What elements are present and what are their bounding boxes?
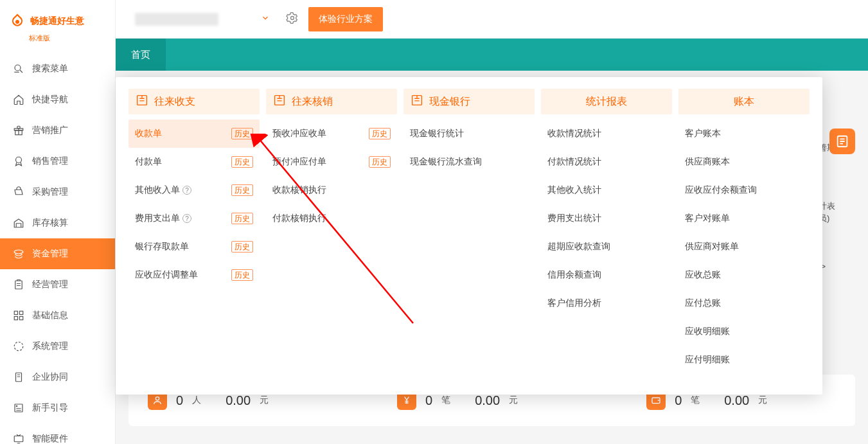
- flyout-item[interactable]: 银行存取款单历史: [128, 233, 260, 261]
- book-icon: [13, 402, 24, 414]
- flyout-item[interactable]: 应收应付调整单历史: [128, 261, 260, 289]
- flyout-item-label: 客户信用分析: [547, 297, 601, 309]
- brand-name: 畅捷通好生意: [30, 15, 84, 27]
- flyout-item[interactable]: 收款核销执行: [266, 176, 397, 204]
- svg-rect-14: [14, 436, 23, 442]
- sidebar-item-business[interactable]: 经营管理: [0, 269, 115, 300]
- sidebar-item-purchase[interactable]: 采购管理: [0, 177, 115, 208]
- flyout-item[interactable]: 超期应收款查询: [541, 233, 672, 261]
- experience-industry-button[interactable]: 体验行业方案: [308, 7, 383, 31]
- history-tag[interactable]: 历史: [231, 213, 253, 224]
- flyout-item-label: 费用支出统计: [547, 213, 601, 224]
- sidebar-item-sales[interactable]: 销售管理: [0, 146, 115, 177]
- flyout-item[interactable]: 应付总账: [678, 289, 810, 317]
- flyout-column: 往来核销预收冲应收单历史预付冲应付单历史收款核销执行付款核销执行: [266, 89, 397, 388]
- sidebar-item-label: 资金管理: [32, 248, 68, 260]
- flyout-item[interactable]: 费用支出单?历史: [128, 204, 260, 233]
- home-icon: [13, 94, 24, 105]
- flyout-item[interactable]: 预收冲应收单历史: [266, 120, 397, 148]
- flyout-item[interactable]: 其他收入统计: [541, 176, 672, 204]
- sidebar-item-label: 经营管理: [32, 279, 68, 290]
- report-icon[interactable]: [829, 129, 855, 154]
- clipboard-icon: [13, 279, 24, 290]
- flyout-item-label: 超期应收款查询: [547, 241, 610, 253]
- warehouse-icon: [13, 217, 24, 229]
- tab-home[interactable]: 首页: [116, 39, 166, 71]
- svg-point-10: [14, 342, 23, 351]
- history-tag[interactable]: 历史: [369, 156, 391, 168]
- stat-amount-unit: 元: [509, 395, 518, 406]
- sidebar-item-collab[interactable]: 企业协同: [0, 362, 115, 393]
- flyout-column-header: 账本: [678, 89, 810, 114]
- sidebar-item-system[interactable]: 系统管理: [0, 331, 115, 362]
- sidebar-item-search[interactable]: 搜索菜单: [0, 53, 115, 84]
- flyout-item[interactable]: 供应商对账单: [678, 233, 810, 261]
- flyout-item[interactable]: 信用余额查询: [541, 261, 672, 289]
- flyout-item-label: 费用支出单?: [135, 213, 191, 224]
- org-selector[interactable]: [128, 9, 276, 30]
- cloud-icon: [13, 371, 24, 383]
- stat-value: 0: [425, 393, 432, 408]
- flyout-item[interactable]: 客户信用分析: [541, 289, 672, 317]
- flyout-item[interactable]: 应收总账: [678, 261, 810, 289]
- sidebar-item-hardware[interactable]: 智能硬件: [0, 423, 115, 444]
- flyout-item[interactable]: 应付明细账: [678, 346, 810, 374]
- flyout-item-label: 其他收入单?: [135, 184, 191, 196]
- document-icon: [272, 93, 287, 110]
- flyout-item[interactable]: 收款情况统计: [541, 120, 672, 148]
- flyout-item[interactable]: 付款单历史: [128, 148, 260, 176]
- history-tag[interactable]: 历史: [231, 128, 253, 139]
- sidebar-item-basicinfo[interactable]: 基础信息: [0, 300, 115, 331]
- flyout-item[interactable]: 应收应付余额查询: [678, 176, 810, 204]
- history-tag[interactable]: 历史: [231, 184, 253, 196]
- stat-unit: 笔: [441, 395, 450, 406]
- flyout-column-title: 往来收支: [154, 95, 195, 109]
- flyout-column-header: 现金银行: [403, 89, 535, 114]
- flyout-item-label: 银行存取款单: [135, 241, 189, 253]
- svg-point-17: [155, 397, 159, 400]
- history-tag[interactable]: 历史: [231, 156, 253, 168]
- flyout-item[interactable]: 应收明细账: [678, 317, 810, 346]
- flyout-item[interactable]: 收款单历史: [128, 120, 260, 148]
- history-tag[interactable]: 历史: [231, 241, 253, 253]
- flyout-item[interactable]: 费用支出统计: [541, 204, 672, 233]
- flyout-column-header: 统计报表: [541, 89, 672, 114]
- tv-icon: [13, 433, 24, 444]
- gear-icon[interactable]: [286, 12, 299, 26]
- flyout-item-label: 预收冲应收单: [272, 128, 326, 139]
- flyout-item[interactable]: 付款核销执行: [266, 204, 397, 233]
- history-tag[interactable]: 历史: [231, 269, 253, 281]
- chevron-down-icon: [261, 13, 270, 24]
- sidebar-item-marketing[interactable]: 营销推广: [0, 115, 115, 146]
- flyout-item[interactable]: 其他收入单?历史: [128, 176, 260, 204]
- svg-rect-8: [14, 317, 17, 320]
- stat-amount-unit: 元: [260, 395, 269, 406]
- flyout-item-label: 预付冲应付单: [272, 156, 326, 168]
- flyout-item[interactable]: 现金银行流水查询: [403, 148, 535, 176]
- tabbar: 首页: [116, 39, 868, 71]
- brand-edition: 标准版: [0, 33, 115, 47]
- document-icon: [135, 93, 149, 110]
- flyout-item[interactable]: 付款情况统计: [541, 148, 672, 176]
- sidebar-item-inventory[interactable]: 库存核算: [0, 208, 115, 238]
- flyout-item[interactable]: 供应商账本: [678, 148, 810, 176]
- document-icon: [410, 93, 424, 110]
- topbar: 体验行业方案: [116, 0, 868, 39]
- search-icon: [13, 63, 24, 75]
- help-icon[interactable]: ?: [182, 186, 191, 195]
- flyout-item[interactable]: 客户对账单: [678, 204, 810, 233]
- svg-point-15: [291, 17, 294, 20]
- tab-label: 首页: [131, 49, 150, 61]
- svg-rect-5: [15, 281, 22, 289]
- sidebar-item-newbie[interactable]: 新手引导: [0, 393, 115, 423]
- flyout-item[interactable]: 现金银行统计: [403, 120, 535, 148]
- svg-point-0: [15, 20, 19, 24]
- help-icon[interactable]: ?: [182, 214, 191, 223]
- history-tag[interactable]: 历史: [369, 128, 391, 139]
- sidebar-item-label: 营销推广: [32, 125, 68, 136]
- flyout-item[interactable]: 预付冲应付单历史: [266, 148, 397, 176]
- sidebar-item-quicknav[interactable]: 快捷导航: [0, 84, 115, 115]
- flyout-item-label: 供应商账本: [685, 156, 730, 168]
- flyout-item[interactable]: 客户账本: [678, 120, 810, 148]
- sidebar-item-funds[interactable]: 资金管理: [0, 238, 115, 269]
